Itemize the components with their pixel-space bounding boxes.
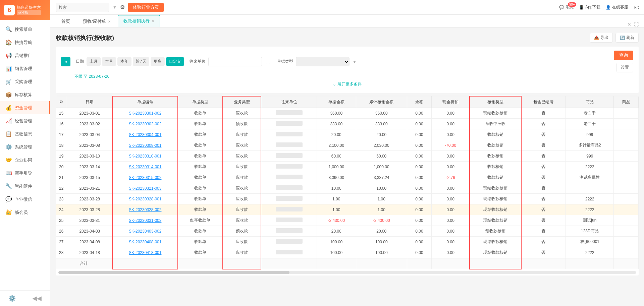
sidebar-item-12[interactable]: 🔧智能硬件 [0, 180, 50, 193]
sidebar-item-8[interactable]: 📋基础信息 [0, 127, 50, 140]
cell-verify-type: 预收中应收 [470, 119, 521, 129]
cell-date: 2023-03-31 [67, 215, 112, 226]
cell-no: 21 [56, 172, 67, 183]
bill-no-link[interactable]: SK-20230302-002 [129, 122, 161, 126]
cell-biz-type: 应收款 [223, 108, 261, 119]
topbar-gear-icon[interactable]: ⚙ [120, 4, 125, 10]
sidebar-item-10[interactable]: 🤝企业协同 [0, 154, 50, 167]
bill-no-link[interactable]: SK-20230328-002 [129, 207, 161, 212]
export-button[interactable]: 📤 导出 [590, 33, 613, 43]
sidebar-item-13[interactable]: 💬企业微信 [0, 193, 50, 206]
cell-discount: -2.76 [432, 172, 470, 183]
date-range-display: 不限 至 2023-07-26 [74, 74, 109, 79]
sidebar-item-14[interactable]: 👑畅会员 [0, 206, 50, 219]
th-goods2: 商品 [614, 96, 639, 108]
sidebar-item-3[interactable]: 📊销售管理 [0, 62, 50, 75]
date-this-month[interactable]: 本月 [102, 57, 116, 66]
topbar-search-input[interactable] [56, 3, 109, 12]
bill-no-link[interactable]: SK-20230315-002 [129, 175, 161, 180]
cell-goods1: 2222 [566, 247, 614, 258]
cell-no: 15 [56, 108, 67, 119]
table-scrollbar[interactable] [58, 271, 289, 274]
sidebar-item-1[interactable]: 🏠快捷导航 [0, 36, 50, 49]
sidebar-icon-13: 💬 [5, 196, 12, 202]
sidebar-item-7[interactable]: 📈经营管理 [0, 114, 50, 127]
cell-date: 2023-03-01 [67, 108, 112, 119]
cell-bill-type: 收款单 [178, 151, 223, 162]
sidebar-item-5[interactable]: 📦库存核算 [0, 88, 50, 101]
bill-no-link[interactable]: SK-20230331-002 [129, 218, 161, 223]
page-title: 收款核销执行(按收款) [56, 34, 114, 42]
sidebar-item-0[interactable]: 🔍搜索菜单 [0, 23, 50, 36]
cell-goods1: 多计量商品2 [566, 140, 614, 151]
date-custom[interactable]: 自定义 [166, 57, 184, 66]
bill-no-link[interactable]: SK-20230314-001 [129, 165, 161, 169]
sidebar-item-6[interactable]: 💰资金管理 [0, 101, 50, 114]
bill-no-link[interactable]: SK-20230308-001 [129, 143, 161, 148]
sidebar-icon-4: 🛒 [5, 78, 12, 85]
cell-goods2 [614, 226, 639, 237]
cell-goods2 [614, 194, 639, 204]
filter-toggle-button[interactable]: » [61, 57, 70, 66]
sidebar-item-4[interactable]: 🛒采购管理 [0, 75, 50, 88]
sidebar-label-13: 企业微信 [15, 196, 32, 202]
bill-no-link[interactable]: SK-20230328-001 [129, 197, 161, 201]
topbar-chevron-icon[interactable]: ▼ [113, 5, 117, 10]
cell-include: 否 [521, 194, 566, 204]
table-row: 16 2023-03-02 SK-20230302-002 收款单 预收款 33… [56, 119, 639, 129]
sidebar-label-8: 基础信息 [15, 131, 32, 137]
date-options: 上月 本月 本年 近7天 更多 自定义 [87, 57, 184, 66]
cell-amount: 2,100.00 [317, 140, 356, 151]
filter-more-icon[interactable]: ... [266, 59, 270, 65]
close-tab-icon[interactable]: ✕ [627, 22, 631, 27]
cell-verify-type: 现结收款核销 [470, 247, 521, 258]
sidebar-item-11[interactable]: 📖新手引导 [0, 167, 50, 180]
app-download-button[interactable]: 📱 App下载 [579, 4, 600, 10]
sidebar-item-2[interactable]: 📢营销推广 [0, 49, 50, 62]
cell-discount: 0.00 [432, 108, 470, 119]
bill-no-link[interactable]: SK-20230301-002 [129, 111, 161, 116]
tab-1[interactable]: 预收/应付单✕ [77, 15, 116, 27]
date-more[interactable]: 更多 [151, 57, 165, 66]
tab-0[interactable]: 首页 [56, 15, 76, 27]
expand-more-button[interactable]: ⌄ 展开更多条件 [333, 82, 361, 86]
sidebar-icon-10: 🤝 [5, 157, 12, 163]
cell-discount: 0.00 [432, 129, 470, 140]
cell-verify-type: 现结收款核销 [470, 108, 521, 119]
sidebar-label-14: 畅会员 [15, 209, 28, 216]
bill-no-link[interactable]: SK-20230321-003 [129, 186, 161, 191]
sidebar-icon-9: ⚙️ [5, 144, 12, 150]
sidebar-icon-7: 📈 [5, 118, 12, 124]
sidebar-label-0: 搜索菜单 [15, 26, 32, 33]
sidebar-icon-8: 📋 [5, 131, 12, 137]
tab-close-2[interactable]: ✕ [152, 19, 154, 23]
bill-no-link[interactable]: SK-20230403-002 [129, 229, 161, 234]
partner-filter-input[interactable] [208, 57, 262, 66]
date-last-month[interactable]: 上月 [87, 57, 101, 66]
settings-icon[interactable]: ⚙️ [8, 295, 16, 302]
expand-tab-icon[interactable]: ⛶ [634, 22, 639, 27]
bill-no-link[interactable]: SK-20230310-001 [129, 154, 161, 159]
tab-2[interactable]: 收款核销执行✕ [118, 15, 160, 27]
bill-no-link[interactable]: SK-20230418-001 [129, 250, 161, 255]
date-7-days[interactable]: 近7天 [133, 57, 149, 66]
topbar-right: 💬 消息 99+ 📱 App下载 👤 在线客服 Rit [559, 4, 639, 10]
bill-no-link[interactable]: SK-20230304-001 [129, 132, 161, 137]
collapse-icon[interactable]: ◀◀ [32, 295, 42, 302]
filter-settings-button[interactable]: 设置 [616, 63, 633, 72]
industry-solution-button[interactable]: 体验行业方案 [128, 3, 164, 12]
bill-type-select[interactable] [296, 57, 350, 66]
data-table: ⚙ 日期 单据编号 单据类型 业务类型 往来单位 单据金额 累计核销金额 余额 … [56, 96, 639, 269]
cell-bill-no: SK-20230328-001 [112, 194, 178, 204]
online-service-button[interactable]: 👤 在线客服 [606, 4, 628, 10]
sidebar-item-9[interactable]: ⚙️系统管理 [0, 140, 50, 154]
th-balance: 余额 [407, 96, 431, 108]
refresh-button[interactable]: 🔄 刷新 [615, 33, 639, 43]
cell-accum: -2,430.00 [356, 215, 407, 226]
tab-close-1[interactable]: ✕ [108, 20, 111, 23]
query-button[interactable]: 查询 [614, 51, 633, 60]
cell-goods1: 2222 [566, 204, 614, 215]
messages-button[interactable]: 💬 消息 99+ [559, 4, 574, 10]
bill-no-link[interactable]: SK-20230408-001 [129, 240, 161, 244]
date-this-year[interactable]: 本年 [117, 57, 131, 66]
